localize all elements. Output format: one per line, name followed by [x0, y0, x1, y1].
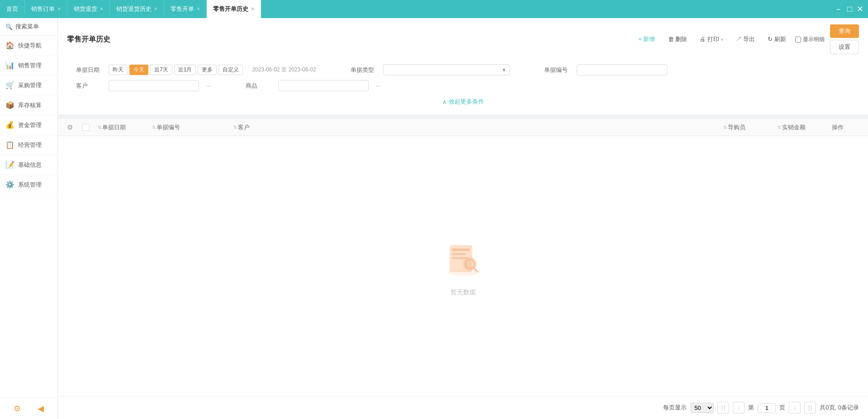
sort-icon-customer: ⇅: [233, 125, 237, 130]
collapse-icon[interactable]: ◀: [38, 404, 44, 414]
close-tab-sales-return-history[interactable]: ×: [154, 6, 157, 12]
tab-sales-return[interactable]: 销货退货 ×: [67, 0, 110, 18]
table-container: ⚙ ⇅ 单据日期 ⇅ 单据编号 ⇅ 客户 ⇅: [58, 119, 868, 396]
collapse-more-btn[interactable]: ∧ 收起更多条件: [76, 96, 850, 110]
sidebar-item-inventory[interactable]: 📦 库存核算: [0, 95, 57, 115]
first-page-btn[interactable]: ⟨⟨: [717, 402, 729, 414]
page-number-input[interactable]: [758, 403, 776, 413]
per-page-label: 每页显示: [663, 404, 687, 412]
close-tab-retail-open-history[interactable]: ×: [251, 6, 254, 12]
page-title-row: 零售开单历史 + 新增 🗑 删除 🖨 打印 ▾ ↗ 导出: [67, 24, 859, 54]
minimize-btn[interactable]: －: [835, 4, 843, 14]
order-type-select[interactable]: ▾: [383, 64, 510, 75]
doc-icon: 📋: [5, 141, 14, 149]
export-button[interactable]: ↗ 导出: [732, 33, 759, 45]
date-range-display: 2023-06-02 至 2023-06-02: [252, 66, 316, 74]
money-icon: 💰: [5, 121, 14, 129]
date-btn-today[interactable]: 今天: [129, 65, 148, 75]
sort-icon-date: ⇅: [98, 125, 101, 130]
total-info: 共0页, 0条记录: [820, 404, 859, 412]
svg-rect-2: [452, 249, 470, 251]
cart-icon: 🛒: [5, 81, 14, 89]
sidebar-search[interactable]: 🔍 搜索菜单: [0, 18, 57, 36]
filter-row-customer: 客户 ··· 商品 ···: [76, 80, 850, 91]
th-date[interactable]: ⇅ 单据日期: [94, 123, 148, 132]
settings-icon[interactable]: ⚙: [14, 404, 21, 414]
table-header: ⚙ ⇅ 单据日期 ⇅ 单据编号 ⇅ 客户 ⇅: [58, 119, 868, 136]
sidebar-item-purchase-mgmt[interactable]: 🛒 采购管理: [0, 75, 57, 95]
customer-label: 客户: [76, 82, 101, 90]
empty-text: 暂无数据: [451, 288, 476, 297]
chevron-down-icon: ▾: [721, 37, 723, 42]
date-filter-label: 单据日期: [76, 66, 101, 74]
show-detail-checkbox[interactable]: [795, 37, 801, 42]
th-amount[interactable]: ⇅ 实销金额: [774, 123, 828, 132]
tab-sales-order[interactable]: 销售订单 ×: [25, 0, 67, 18]
sidebar-item-quick-nav[interactable]: 🏠 快捷导航: [0, 36, 57, 56]
home-icon: 🏠: [5, 41, 14, 50]
select-all-checkbox[interactable]: [82, 124, 90, 131]
sidebar-item-finance[interactable]: 💰 资金管理: [0, 115, 57, 135]
print-button[interactable]: 🖨 打印 ▾: [696, 33, 727, 45]
top-tabbar: 首页 销售订单 × 销货退货 × 销货退货历史 × 零售开单 × 零售开单历史 …: [0, 0, 868, 18]
date-btn-more[interactable]: 更多: [198, 65, 217, 75]
refresh-button[interactable]: ↻ 刷新: [764, 33, 790, 45]
th-ops: 操作: [828, 123, 864, 132]
empty-state: 暂无数据: [58, 136, 868, 396]
th-check: [78, 124, 94, 131]
chevron-up-icon: ∧: [442, 99, 447, 105]
empty-illustration: [441, 236, 486, 281]
date-btn-1month[interactable]: 近1月: [174, 65, 196, 75]
close-tab-sales-return[interactable]: ×: [100, 6, 103, 12]
date-btn-yesterday[interactable]: 昨天: [109, 65, 128, 75]
delete-button[interactable]: 🗑 删除: [664, 33, 691, 45]
close-tab-sales-order[interactable]: ×: [57, 6, 61, 12]
tab-sales-return-history[interactable]: 销货退货历史 ×: [110, 0, 164, 18]
show-detail-checkbox-label[interactable]: 显示明细: [795, 36, 825, 43]
search-icon: 🔍: [5, 24, 13, 30]
settings-button[interactable]: 设置: [830, 40, 859, 54]
sort-icon-order-no: ⇅: [152, 125, 156, 130]
tab-retail-open[interactable]: 零售开单 ×: [164, 0, 207, 18]
goods-ellipsis[interactable]: ···: [376, 82, 381, 89]
new-button[interactable]: + 新增: [635, 33, 659, 45]
close-tab-retail-open[interactable]: ×: [197, 6, 200, 12]
toolbar-btns: + 新增 🗑 删除 🖨 打印 ▾ ↗ 导出 ↻ 刷新: [635, 24, 859, 54]
tab-home[interactable]: 首页: [0, 0, 25, 18]
date-btn-7days[interactable]: 近7天: [150, 65, 172, 75]
next-page-btn[interactable]: ›: [789, 402, 801, 414]
sidebar-item-operations[interactable]: 📋 经营管理: [0, 135, 57, 155]
chart-icon: 📊: [5, 61, 14, 70]
box-icon: 📦: [5, 101, 14, 109]
page-label-after: 页: [779, 404, 785, 412]
date-btn-custom[interactable]: 自定义: [218, 65, 243, 75]
customer-input[interactable]: [109, 80, 199, 91]
sidebar-item-sales-mgmt[interactable]: 📊 销售管理: [0, 56, 57, 75]
sidebar-item-system[interactable]: ⚙️ 系统管理: [0, 175, 57, 195]
th-customer[interactable]: ⇅ 客户: [230, 123, 720, 132]
query-button[interactable]: 查询: [830, 24, 859, 38]
maximize-btn[interactable]: □: [847, 5, 852, 14]
info-icon: 📝: [5, 160, 14, 169]
order-no-label: 单据编号: [544, 66, 569, 74]
main-layout: 🔍 搜索菜单 🏠 快捷导航 📊 销售管理 🛒 采购管理 📦 库存核算 💰 资金管…: [0, 18, 868, 419]
content-area: 零售开单历史 + 新增 🗑 删除 🖨 打印 ▾ ↗ 导出: [58, 18, 868, 419]
goods-input[interactable]: [278, 80, 369, 91]
svg-rect-3: [452, 253, 466, 255]
table-settings-icon[interactable]: ⚙: [67, 123, 73, 132]
th-settings[interactable]: ⚙: [62, 123, 78, 132]
customer-ellipsis[interactable]: ···: [206, 82, 211, 89]
sort-icon-guide: ⇅: [723, 125, 727, 130]
gear-icon: ⚙️: [5, 180, 14, 189]
close-window-btn[interactable]: ✕: [857, 4, 863, 14]
sidebar-item-basic-info[interactable]: 📝 基础信息: [0, 155, 57, 175]
last-page-btn[interactable]: ⟩⟩: [804, 402, 816, 414]
th-guide[interactable]: ⇅ 导购员: [720, 123, 774, 132]
order-no-input[interactable]: [577, 64, 667, 75]
per-page-select[interactable]: 50 10 20 100: [690, 403, 714, 413]
page-label-before: 第: [748, 404, 754, 412]
th-order-no[interactable]: ⇅ 单据编号: [148, 123, 230, 132]
prev-page-btn[interactable]: ‹: [733, 402, 745, 414]
tab-retail-open-history[interactable]: 零售开单历史 ×: [207, 0, 261, 18]
sidebar: 🔍 搜索菜单 🏠 快捷导航 📊 销售管理 🛒 采购管理 📦 库存核算 💰 资金管…: [0, 18, 58, 419]
